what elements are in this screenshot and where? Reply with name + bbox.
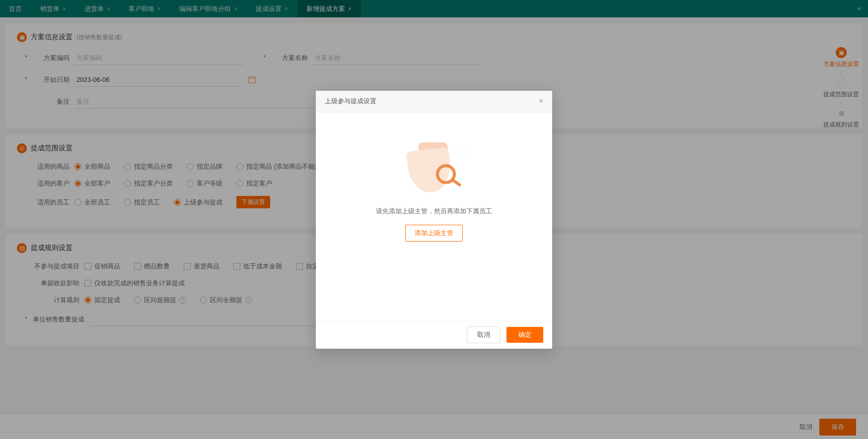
modal-footer: 取消 确定 [316,321,552,349]
modal-ok-button[interactable]: 确定 [506,327,543,343]
empty-state-text: 请先添加上级主管，然后再添加下属员工 [326,207,542,216]
modal-body: · · · · 请先添加上级主管，然后再添加下属员工 添加上级主管 [316,113,552,321]
modal-cancel-button[interactable]: 取消 [467,326,501,343]
modal-title: 上级参与提成设置 [325,97,376,106]
add-superior-button[interactable]: 添加上级主管 [405,225,463,242]
modal-close-icon[interactable]: × [539,97,543,106]
empty-state-icon: · · · · [399,142,469,197]
modal-header: 上级参与提成设置 × [316,91,552,113]
superior-setting-modal: 上级参与提成设置 × · · · · 请先添加上级主管，然后再添加下属员工 添加… [316,91,552,349]
